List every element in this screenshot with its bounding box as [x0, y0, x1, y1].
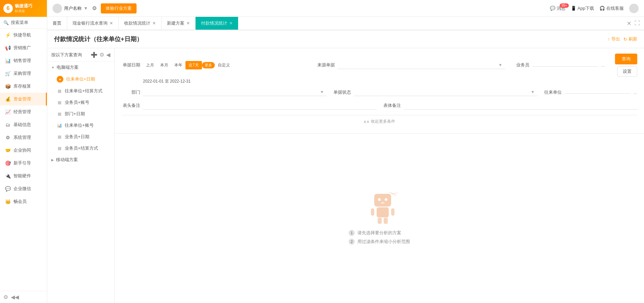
sidebar-item-label-member: 畅会员 — [13, 199, 27, 205]
settings-icon[interactable]: ⚙ — [92, 5, 97, 11]
footer-collapse-icon[interactable]: ◀◀ — [11, 294, 19, 300]
scheme-section-pc: ▼电脑端方案●往来单位+日期▦往来单位+结算方式▦业务员+账号▦部门+日期📊往来… — [47, 62, 114, 154]
sidebar-item-system[interactable]: ⚙系统管理 — [0, 131, 47, 144]
refresh-button[interactable]: ↻ 刷新 — [623, 36, 637, 42]
date-field: 单据日期 上月本月本年近7天更多自定义 — [121, 61, 311, 69]
download-icon: 📱 — [571, 6, 576, 11]
tip-1-text: 请先选择要分析的方案 — [357, 230, 401, 236]
scheme-panel-title: 按以下方案查询 — [51, 52, 82, 58]
scheme-item-unit-date[interactable]: ●往来单位+日期 — [47, 73, 114, 85]
export-button[interactable]: ↑ 导出 — [608, 36, 620, 42]
date-btn-近7天[interactable]: 近7天 — [185, 61, 202, 69]
sidebar-item-icon-basic: 🗂 — [5, 122, 11, 128]
search-menu[interactable]: 🔍 搜索菜单 — [0, 17, 47, 29]
scheme-item-dept-date[interactable]: ▦部门+日期 — [47, 108, 114, 120]
svg-point-3 — [385, 198, 387, 201]
unit-input[interactable] — [564, 91, 631, 94]
scheme-item-label-unit-settle: 往来单位+结算方式 — [65, 88, 103, 94]
staff-input[interactable] — [532, 64, 598, 67]
footer-settings-icon[interactable]: ⚙ — [3, 294, 8, 300]
sidebar-item-icon-purchase: 🛒 — [5, 70, 11, 77]
source-dropdown-icon: ▼ — [498, 63, 502, 67]
dept-select[interactable]: ▼ — [143, 88, 327, 96]
filter-form: 单据日期 上月本月本年近7天更多自定义 来源单据 ▼ — [115, 48, 644, 133]
data-area: 单据日期 上月本月本年近7天更多自定义 来源单据 ▼ — [115, 48, 644, 303]
scheme-item-unit-account[interactable]: 📊往来单位+账号 — [47, 120, 114, 131]
staff-dots[interactable]: ... — [601, 62, 605, 68]
sidebar-item-inventory[interactable]: 📦库存核算 — [0, 80, 47, 93]
collapse-conditions-button[interactable]: ∧∧ 收起更多条件 — [121, 115, 637, 128]
sidebar-item-label-guide: 新手引导 — [13, 160, 31, 166]
scheme-item-staff-account[interactable]: ▦业务员+账号 — [47, 97, 114, 108]
date-more-button[interactable]: 更多 — [202, 62, 215, 68]
query-button[interactable]: 查询 — [615, 54, 637, 64]
date-btn-本月[interactable]: 本月 — [157, 61, 171, 69]
tab-close-receive-stat[interactable]: ✕ — [152, 21, 156, 26]
sidebar-item-enterprise[interactable]: 🤝企业协同 — [0, 144, 47, 157]
scheme-item-staff-settle[interactable]: ▦业务员+结算方式 — [47, 143, 114, 154]
messages-button[interactable]: 💬 消息 99+ — [550, 5, 565, 11]
source-field: 来源单据 ▼ — [316, 61, 505, 69]
date-btn-本年[interactable]: 本年 — [171, 61, 185, 69]
scheme-item-staff-date[interactable]: ▦业务员+日期 — [47, 131, 114, 143]
scheme-collapse-icon[interactable]: ◀ — [106, 52, 110, 58]
user-avatar[interactable] — [629, 4, 639, 13]
source-select[interactable]: ▼ — [338, 61, 505, 69]
scheme-item-icon-staff-date: ▦ — [57, 134, 62, 140]
user-dropdown-icon[interactable]: ▼ — [84, 6, 88, 11]
sidebar-item-finance[interactable]: 💰资金管理 — [0, 93, 47, 105]
app-download-button[interactable]: 📱 App下载 — [571, 5, 594, 11]
scheme-item-label-staff-account: 业务员+账号 — [65, 99, 89, 105]
sidebar-item-purchase[interactable]: 🛒采购管理 — [0, 67, 47, 80]
scheme-item-label-unit-date: 往来单位+日期 — [66, 76, 95, 82]
tab-pay-stat[interactable]: 付款情况统计✕ — [196, 17, 238, 30]
topbar-right: 💬 消息 99+ 📱 App下载 🎧 在线客服 — [550, 4, 639, 13]
tab-close-new-scheme[interactable]: ✕ — [186, 21, 190, 26]
svg-rect-8 — [384, 218, 388, 224]
scheme-add-icon[interactable]: ➕ — [91, 52, 97, 58]
tab-close-pay-stat[interactable]: ✕ — [229, 21, 233, 26]
scheme-settings-icon[interactable]: ⚙ — [99, 52, 104, 58]
tab-close-bank-flow[interactable]: ✕ — [110, 21, 113, 26]
sidebar-item-quick-nav[interactable]: ⚡快捷导航 — [0, 29, 47, 41]
date-btn-上月[interactable]: 上月 — [143, 61, 157, 69]
topbar-user[interactable]: 用户名称 ▼ — [53, 4, 88, 13]
close-all-icon[interactable]: ✕ — [627, 20, 631, 27]
scheme-section-title-mobile: 移动端方案 — [56, 157, 78, 163]
scheme-section-header-mobile[interactable]: ▶移动端方案 — [47, 154, 114, 165]
sidebar-item-label-purchase: 采购管理 — [13, 70, 31, 77]
doc-status-select[interactable]: ▼ — [354, 88, 537, 96]
sidebar-item-hardware[interactable]: 🔌智能硬件 — [0, 170, 47, 182]
settings-button[interactable]: 设置 — [617, 66, 637, 77]
table-head-note-input[interactable] — [143, 101, 377, 110]
export-icon: ↑ — [608, 37, 610, 42]
page-header-actions: ↑ 导出 ↻ 刷新 — [608, 36, 638, 42]
sidebar-item-member[interactable]: 👑畅会员 — [0, 195, 47, 208]
trial-button[interactable]: 体验行业方案 — [101, 3, 137, 13]
topbar: 用户名称 ▼ ⚙ 体验行业方案 💬 消息 99+ 📱 App下载 🎧 在线客服 — [47, 0, 644, 17]
tab-receive-stat[interactable]: 收款情况统计✕ — [119, 17, 162, 30]
sidebar-item-icon-member: 👑 — [5, 199, 11, 205]
tab-bank-flow[interactable]: 现金银行流水查询✕ — [67, 17, 119, 30]
online-service-button[interactable]: 🎧 在线客服 — [599, 5, 624, 11]
date-btn-自定义[interactable]: 自定义 — [215, 61, 233, 69]
sidebar-item-marketing[interactable]: 📢营销推广 — [0, 41, 47, 54]
sidebar-item-icon-operations: 📈 — [5, 109, 11, 115]
tab-label-home: 首页 — [53, 20, 61, 26]
scheme-item-icon-unit-account: 📊 — [57, 123, 62, 128]
sidebar-item-sales[interactable]: 📊销售管理 — [0, 54, 47, 67]
scheme-item-unit-settle[interactable]: ▦往来单位+结算方式 — [47, 85, 114, 97]
expand-icon[interactable]: ⛶ — [635, 20, 640, 26]
sidebar-item-basic[interactable]: 🗂基础信息 — [0, 118, 47, 131]
table-body-note-input[interactable] — [404, 101, 637, 110]
tab-home[interactable]: 首页 — [47, 17, 67, 30]
sidebar-item-icon-system: ⚙ — [5, 134, 11, 141]
sidebar-item-operations[interactable]: 📈经营管理 — [0, 105, 47, 118]
scheme-section-header-pc[interactable]: ▼电脑端方案 — [47, 62, 114, 73]
sidebar-item-guide[interactable]: 🎯新手引导 — [0, 157, 47, 170]
unit-dots[interactable]: ... — [633, 90, 637, 95]
sidebar-item-wechat[interactable]: 💬企业微信 — [0, 182, 47, 195]
scheme-item-label-dept-date: 部门+日期 — [65, 111, 85, 117]
svg-rect-0 — [374, 194, 391, 207]
tab-new-scheme[interactable]: 新建方案✕ — [162, 17, 196, 30]
